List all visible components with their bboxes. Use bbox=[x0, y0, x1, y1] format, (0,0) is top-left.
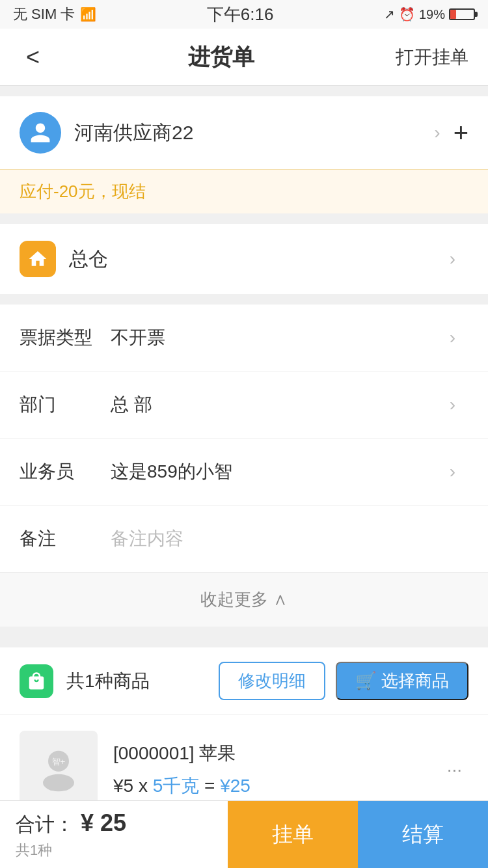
warehouse-row[interactable]: 总仓 › bbox=[0, 224, 488, 294]
product-price: ¥5 x 5千克 = ¥25 bbox=[113, 774, 441, 798]
divider-2 bbox=[0, 627, 488, 637]
page-title: 进货单 bbox=[188, 42, 254, 72]
invoice-type-row[interactable]: 票据类型 不开票 › bbox=[0, 305, 488, 372]
product-thumb-icon: 智+ bbox=[33, 744, 85, 796]
total-label: 合计： bbox=[16, 811, 74, 838]
product-more-button[interactable]: ··· bbox=[441, 753, 468, 787]
collapse-button[interactable]: 收起更多 ∧ bbox=[0, 572, 488, 627]
status-right: ↗ ⏰ 19% bbox=[384, 7, 475, 22]
svg-text:智+: 智+ bbox=[52, 757, 66, 766]
alarm-icon: ⏰ bbox=[399, 7, 415, 22]
select-product-icon: 🛒 bbox=[355, 671, 376, 691]
remark-label: 备注 bbox=[20, 526, 98, 551]
department-label: 部门 bbox=[20, 392, 98, 417]
salesperson-chevron: › bbox=[450, 461, 455, 482]
salesperson-row[interactable]: 业务员 这是859的小智 › bbox=[0, 439, 488, 506]
product-name: [0000001] 苹果 bbox=[113, 741, 441, 766]
location-icon: ↗ bbox=[384, 7, 395, 22]
product-count-icon bbox=[20, 664, 53, 698]
remark-input[interactable]: 备注内容 bbox=[98, 526, 468, 551]
status-time: 下午6:16 bbox=[207, 3, 274, 26]
bag-icon bbox=[27, 671, 46, 691]
settle-button[interactable]: 结算 bbox=[358, 801, 488, 868]
warehouse-name: 总仓 bbox=[69, 246, 450, 273]
footer: 合计： ¥ 25 共1种 挂单 结算 bbox=[0, 800, 488, 868]
total-row: 合计： ¥ 25 bbox=[16, 809, 212, 838]
department-value: 总 部 bbox=[98, 392, 450, 417]
department-row[interactable]: 部门 总 部 › bbox=[0, 372, 488, 439]
battery-icon bbox=[449, 8, 475, 20]
wifi-icon: 📶 bbox=[80, 7, 96, 22]
form-section: 票据类型 不开票 › 部门 总 部 › 业务员 这是859的小智 › 备注 备注… bbox=[0, 305, 488, 572]
edit-detail-button[interactable]: 修改明细 bbox=[219, 662, 325, 700]
home-icon bbox=[27, 249, 48, 269]
salesperson-label: 业务员 bbox=[20, 459, 98, 484]
status-bar: 无 SIM 卡 📶 下午6:16 ↗ ⏰ 19% bbox=[0, 0, 488, 29]
open-hang-button[interactable]: 打开挂单 bbox=[396, 45, 468, 70]
total-count: 共1种 bbox=[16, 841, 212, 860]
footer-total: 合计： ¥ 25 共1种 bbox=[0, 801, 228, 868]
add-supplier-button[interactable]: + bbox=[454, 118, 468, 148]
warehouse-chevron-icon: › bbox=[450, 249, 455, 269]
user-icon bbox=[29, 121, 52, 144]
select-product-label: 选择商品 bbox=[381, 670, 449, 692]
product-header: 共1种商品 修改明细 🛒 选择商品 bbox=[0, 647, 488, 715]
supplier-alert: 应付-20元，现结 bbox=[0, 169, 488, 213]
product-count-text: 共1种商品 bbox=[66, 669, 219, 694]
status-carrier: 无 SIM 卡 📶 bbox=[13, 5, 96, 24]
supplier-avatar bbox=[20, 112, 61, 154]
supplier-chevron-icon: › bbox=[434, 122, 440, 143]
product-section: 共1种商品 修改明细 🛒 选择商品 智+ [0000001] 苹果 ¥5 x 5… bbox=[0, 647, 488, 824]
select-product-button[interactable]: 🛒 选择商品 bbox=[336, 662, 468, 700]
battery-text: 19% bbox=[419, 7, 445, 22]
invoice-type-chevron: › bbox=[450, 327, 455, 348]
warehouse-section: 总仓 › bbox=[0, 224, 488, 294]
divider-1 bbox=[0, 86, 488, 96]
salesperson-value: 这是859的小智 bbox=[98, 459, 450, 484]
collapse-label: 收起更多 ∧ bbox=[200, 588, 287, 611]
back-button[interactable]: < bbox=[20, 37, 46, 77]
nav-bar: < 进货单 打开挂单 bbox=[0, 29, 488, 86]
supplier-section: 河南供应商22 › + 应付-20元，现结 bbox=[0, 96, 488, 213]
total-amount: ¥ 25 bbox=[81, 809, 126, 837]
invoice-type-label: 票据类型 bbox=[20, 325, 98, 350]
svg-point-1 bbox=[43, 774, 74, 792]
supplier-row[interactable]: 河南供应商22 › + bbox=[0, 96, 488, 169]
department-chevron: › bbox=[450, 394, 455, 415]
supplier-name: 河南供应商22 bbox=[74, 120, 434, 146]
hang-button[interactable]: 挂单 bbox=[228, 801, 358, 868]
remark-row[interactable]: 备注 备注内容 bbox=[0, 506, 488, 572]
product-info: [0000001] 苹果 ¥5 x 5千克 = ¥25 bbox=[113, 741, 441, 798]
product-thumbnail: 智+ bbox=[20, 731, 98, 809]
invoice-type-value: 不开票 bbox=[98, 325, 450, 350]
warehouse-icon bbox=[20, 241, 56, 277]
